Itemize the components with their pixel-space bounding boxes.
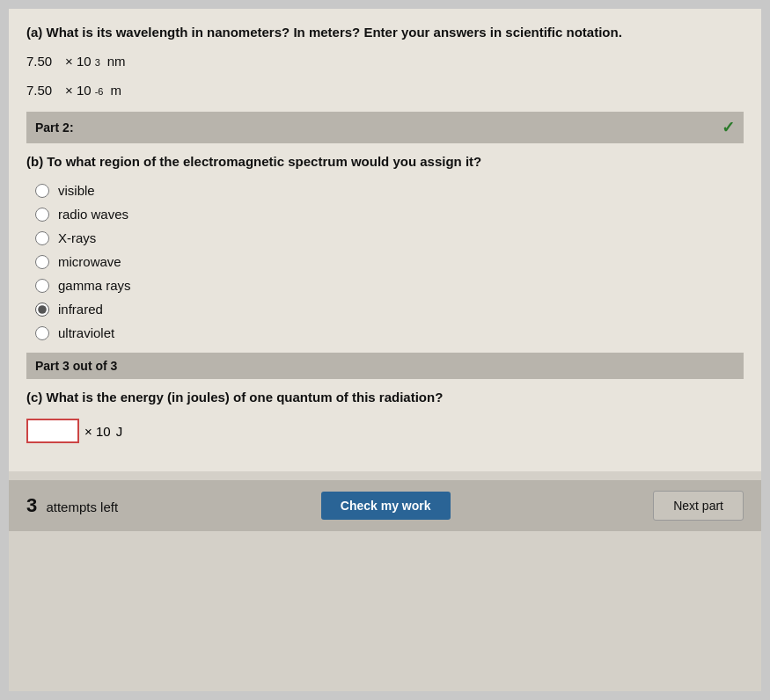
radio-item-ultraviolet[interactable]: ultraviolet — [35, 325, 744, 340]
attempts-left-container: 3 attempts left — [26, 494, 118, 517]
part-c-question: (c) What is the energy (in joules) of on… — [26, 388, 744, 406]
radio-group: visible radio waves X-rays microwave gam… — [35, 183, 744, 340]
radio-ultraviolet[interactable] — [35, 326, 49, 340]
exponent-1: 3 — [95, 57, 100, 68]
radio-xrays[interactable] — [35, 231, 49, 245]
radio-label-visible[interactable]: visible — [58, 183, 95, 198]
radio-gamma-rays[interactable] — [35, 279, 49, 293]
content-area: (a) What is its wavelength in nanometers… — [9, 9, 761, 471]
main-container: (a) What is its wavelength in nanometers… — [9, 9, 761, 691]
exponent-2: -6 — [95, 86, 104, 97]
answer-value-2: 7.50 — [26, 83, 62, 98]
radio-item-infrared[interactable]: infrared — [35, 302, 744, 317]
times-ten-1: × 10 — [65, 54, 92, 69]
radio-radio-waves[interactable] — [35, 208, 49, 222]
energy-unit: J — [116, 424, 123, 439]
answer-row-1: 7.50 × 103 nm — [26, 54, 744, 69]
part2-label: Part 2: — [35, 120, 74, 135]
radio-item-microwave[interactable]: microwave — [35, 254, 744, 269]
answer-value-1: 7.50 — [26, 54, 62, 69]
attempts-text: attempts left — [46, 499, 118, 514]
radio-label-infrared[interactable]: infrared — [58, 302, 103, 317]
bottom-bar: 3 attempts left Check my work Next part — [9, 480, 761, 531]
check-my-work-button[interactable]: Check my work — [321, 492, 451, 520]
radio-label-microwave[interactable]: microwave — [58, 254, 121, 269]
energy-times: × 10 — [84, 424, 111, 439]
part-a-question: (a) What is its wavelength in nanometers… — [26, 23, 744, 41]
part3-divider: Part 3 out of 3 — [26, 353, 744, 379]
radio-label-radio-waves[interactable]: radio waves — [58, 207, 128, 222]
radio-label-gamma-rays[interactable]: gamma rays — [58, 278, 131, 293]
part-b-question: (b) To what region of the electromagneti… — [26, 152, 744, 171]
next-part-button[interactable]: Next part — [653, 491, 744, 521]
radio-label-ultraviolet[interactable]: ultraviolet — [58, 325, 114, 340]
attempts-number: 3 — [26, 494, 37, 516]
energy-coefficient-input[interactable] — [26, 419, 79, 443]
radio-visible[interactable] — [35, 184, 49, 198]
unit-1: nm — [107, 54, 126, 69]
energy-input-row: × 10 J — [26, 419, 744, 443]
part2-divider: Part 2: ✓ — [26, 112, 744, 143]
radio-item-xrays[interactable]: X-rays — [35, 230, 744, 245]
answer-row-2: 7.50 × 10-6 m — [26, 83, 744, 98]
radio-infrared[interactable] — [35, 303, 49, 317]
radio-item-radio-waves[interactable]: radio waves — [35, 207, 744, 222]
radio-label-xrays[interactable]: X-rays — [58, 230, 96, 245]
radio-item-gamma-rays[interactable]: gamma rays — [35, 278, 744, 293]
radio-microwave[interactable] — [35, 255, 49, 269]
radio-item-visible[interactable]: visible — [35, 183, 744, 198]
times-ten-2: × 10 — [65, 83, 92, 98]
checkmark-icon: ✓ — [722, 118, 735, 137]
unit-2: m — [110, 83, 121, 98]
part3-label: Part 3 out of 3 — [35, 359, 117, 373]
